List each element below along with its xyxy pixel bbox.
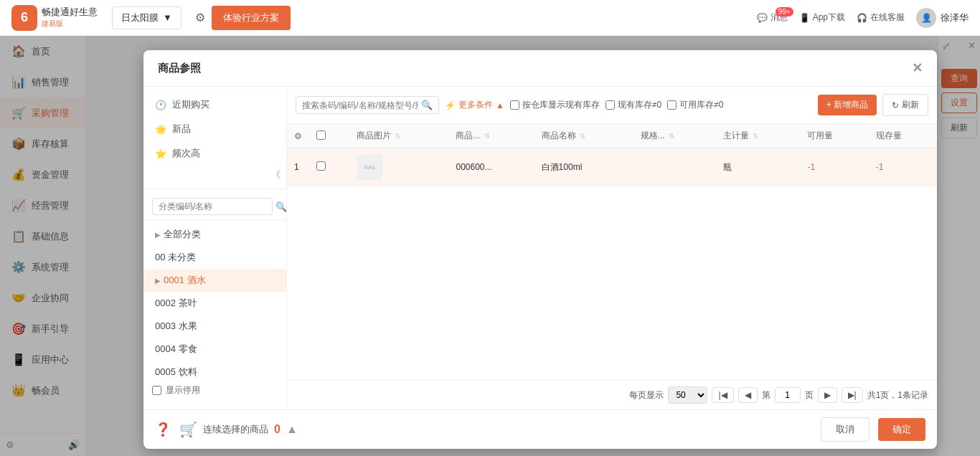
td-available: -1: [800, 148, 868, 186]
td-stock: -1: [869, 148, 937, 186]
warehouse-checkbox[interactable]: [510, 100, 519, 110]
td-num: 1: [287, 148, 309, 186]
online-service[interactable]: 🎧 在线客服: [857, 11, 905, 24]
trial-button[interactable]: 体验行业方案: [212, 6, 291, 30]
add-product-button[interactable]: + 新增商品: [818, 95, 877, 115]
product-table-body: 1 IMG 000600...: [287, 148, 937, 186]
pagination: 每页显示 50 100 |◀ ◀ 第 页 ▶ ▶| 共1页，1条记录: [287, 380, 937, 409]
sort-spec-icon: ⇅: [669, 132, 674, 140]
high-freq-item[interactable]: ⭐ 频次高: [143, 141, 286, 166]
main-layout: 🏠 首页 📊 销售管理 🛒 采购管理 📦 库存核算 💰 资金管理 📈 经营管理 …: [0, 36, 980, 456]
filter-icon: ⚡: [445, 100, 456, 110]
th-stock: 现存量: [869, 124, 937, 148]
cat-0004[interactable]: 0004 零食: [143, 338, 286, 361]
show-disabled-checkbox[interactable]: [152, 386, 161, 395]
top-header: 6 畅捷通好生意 捷易版 日太阳膜 ▼ ⚙ 体验行业方案 💬 消息 99+ 📱 …: [0, 0, 980, 36]
available-stock-checkbox-label[interactable]: 可用库存≠0: [667, 99, 723, 111]
content-area: ✕ ⤢ 查询 设置 刷新 商品参照 ✕ 🕐 近期购买: [86, 36, 980, 456]
td-unit: 瓶: [716, 148, 801, 186]
confirm-button[interactable]: 确定: [878, 418, 925, 441]
sort-code-icon: ⇅: [484, 132, 490, 140]
td-code: 000600...: [448, 148, 534, 186]
cat-tri-icon: ▶: [155, 231, 161, 239]
page-number-input[interactable]: [775, 387, 801, 403]
avatar: 👤: [916, 8, 936, 28]
cart-area: 🛒 连续选择的商品 0 ▲: [179, 421, 812, 438]
next-page-btn[interactable]: ▶: [818, 387, 837, 403]
footer-collapse-btn[interactable]: ▲: [286, 423, 298, 436]
cat-all[interactable]: ▶ 全部分类: [143, 223, 286, 246]
current-stock-checkbox[interactable]: [606, 100, 615, 110]
logo-icon: 6: [11, 5, 37, 31]
show-disabled-area: 显示停用: [143, 377, 286, 404]
warehouse-checkbox-label[interactable]: 按仓库显示现有库存: [510, 99, 600, 111]
recent-buy-item[interactable]: 🕐 近期购买: [143, 92, 286, 117]
first-page-btn[interactable]: |◀: [712, 387, 733, 403]
table-settings-icon[interactable]: ⚙: [294, 131, 302, 141]
table-row[interactable]: 1 IMG 000600...: [287, 148, 937, 186]
th-available: 可用量: [800, 124, 868, 148]
high-freq-icon: ⭐: [155, 148, 166, 159]
modal-header: 商品参照 ✕: [143, 50, 937, 87]
per-page-select[interactable]: 50 100: [668, 386, 707, 404]
table-header-row: ⚙ 商品图片 ⇅: [287, 124, 937, 148]
logo-area: 6 畅捷通好生意 捷易版: [11, 5, 98, 31]
product-table-container: ⚙ 商品图片 ⇅: [287, 124, 937, 380]
sort-unit-icon: ⇅: [753, 132, 758, 140]
th-unit[interactable]: 主计量 ⇅: [716, 124, 801, 148]
td-checkbox: [309, 148, 349, 186]
select-all-checkbox[interactable]: [316, 130, 326, 140]
category-search-input[interactable]: [152, 198, 273, 215]
divider: [143, 189, 286, 189]
last-page-btn[interactable]: ▶|: [842, 387, 863, 403]
th-code[interactable]: 商品... ⇅: [448, 124, 534, 148]
current-stock-checkbox-label[interactable]: 现有库存≠0: [606, 99, 661, 111]
cat-0005[interactable]: 0005 饮料: [143, 361, 286, 377]
product-search-input[interactable]: [302, 100, 418, 110]
header-right: 💬 消息 99+ 📱 App下载 🎧 在线客服 👤 徐泽华: [757, 8, 969, 28]
new-items-icon: 🌟: [155, 124, 166, 135]
right-panel: 🔍 ⚡ 更多条件 ▲ 按仓库显示现有库存: [287, 87, 937, 409]
modal-close-button[interactable]: ✕: [912, 60, 923, 76]
td-name: 白酒100ml: [534, 148, 633, 186]
th-checkbox: [309, 124, 349, 148]
left-panel: 🕐 近期购买 🌟 新品 ⭐ 频次高 《: [143, 87, 287, 409]
nav-dropdown[interactable]: 日太阳膜 ▼: [112, 6, 182, 29]
th-name[interactable]: 商品名称 ⇅: [534, 124, 633, 148]
modal-body: 🕐 近期购买 🌟 新品 ⭐ 频次高 《: [143, 87, 937, 409]
modal-title: 商品参照: [158, 62, 201, 75]
search-icon[interactable]: 🔍: [421, 100, 433, 110]
th-img: 商品图片 ⇅: [349, 124, 448, 148]
collapse-left-btn[interactable]: 《: [143, 166, 286, 184]
help-button[interactable]: ❓: [155, 422, 171, 437]
cat-0003[interactable]: 0003 水果: [143, 315, 286, 338]
right-toolbar: 🔍 ⚡ 更多条件 ▲ 按仓库显示现有库存: [287, 87, 937, 124]
available-stock-checkbox[interactable]: [667, 100, 677, 110]
cat-0002[interactable]: 0002 茶叶: [143, 292, 286, 315]
sort-img-icon: ⇅: [395, 132, 400, 140]
th-spec[interactable]: 规格... ⇅: [633, 124, 716, 148]
cat-search-icon[interactable]: 🔍: [275, 201, 287, 212]
product-reference-modal: 商品参照 ✕ 🕐 近期购买 🌟 新品 ⭐ 频次: [143, 50, 937, 449]
messages-icon[interactable]: 💬 消息 99+: [757, 11, 788, 24]
product-image: IMG: [357, 154, 382, 180]
row-checkbox[interactable]: [316, 161, 326, 171]
cat-00[interactable]: 00 未分类: [143, 246, 286, 269]
prev-page-btn[interactable]: ◀: [738, 387, 758, 403]
modal-footer: ❓ 🛒 连续选择的商品 0 ▲ 取消 确定: [143, 409, 937, 449]
filter-button[interactable]: ⚡ 更多条件 ▲: [445, 99, 504, 111]
cat-0001[interactable]: ▶ 0001 酒水: [143, 269, 286, 292]
sort-name-icon: ⇅: [580, 132, 585, 140]
refresh-button[interactable]: ↻ 刷新: [882, 94, 928, 116]
cancel-button[interactable]: 取消: [821, 417, 870, 442]
user-area[interactable]: 👤 徐泽华: [916, 8, 969, 28]
gear-icon[interactable]: ⚙: [189, 6, 212, 29]
category-search: 🔍: [143, 194, 286, 220]
cat-0001-tri: ▶: [155, 277, 161, 285]
logo-text: 畅捷通好生意 捷易版: [42, 6, 98, 29]
chevron-down-icon: ▼: [163, 12, 172, 23]
app-download[interactable]: 📱 App下载: [799, 11, 845, 24]
new-items-item[interactable]: 🌟 新品: [143, 117, 286, 141]
th-settings: ⚙: [287, 124, 309, 148]
refresh-icon: ↻: [892, 100, 899, 110]
